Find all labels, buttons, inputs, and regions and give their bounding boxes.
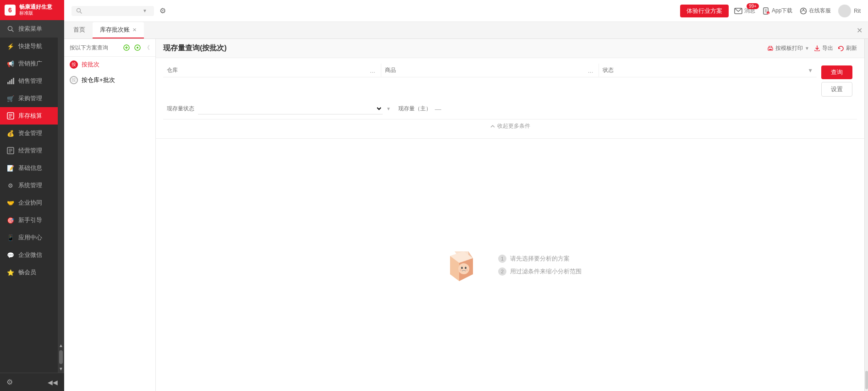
search-icon (6, 25, 15, 33)
collapse-panel-btn[interactable]: 《 (144, 44, 150, 52)
tab-batch-ledger-close[interactable]: ✕ (132, 27, 137, 33)
sidebar-scroll-down[interactable]: ▼ (58, 365, 64, 373)
empty-tips: 1 请先选择要分析的方案 2 用过滤条件来缩小分析范围 (498, 255, 582, 276)
topbar-search-dropdown[interactable]: ▼ (143, 8, 147, 13)
left-panel-actions: 《 (122, 43, 150, 52)
edit-scheme-btn[interactable] (133, 43, 142, 52)
sidebar-scroll-up[interactable]: ▲ (58, 342, 64, 349)
topbar-right: 消息 99+ App下载 在线客服 Rit (734, 5, 861, 17)
finance-icon: 💰 (6, 129, 15, 137)
empty-tip-1: 1 请先选择要分析的方案 (498, 255, 582, 263)
tab-home[interactable]: 首页 (66, 22, 93, 38)
sidebar-item-inventory[interactable]: 库存核算 (0, 107, 58, 125)
user-avatar (838, 5, 851, 17)
sidebar-item-app-center[interactable]: 📱 应用中心 (0, 229, 58, 246)
topbar-search-icon (76, 8, 82, 14)
warehouse-filter: 仓库 ... (163, 64, 381, 77)
print-icon (767, 45, 774, 52)
tip-text-1: 请先选择要分析的方案 (510, 255, 570, 263)
sidebar-item-sales[interactable]: 销售管理 (0, 72, 58, 90)
svg-point-41 (465, 266, 467, 269)
left-panel-header: 按以下方案查询 《 (64, 39, 155, 57)
topbar: ▼ ⚙ 体验行业方案 消息 99+ App下载 在线客服 Rit (64, 0, 868, 22)
add-scheme-btn[interactable] (122, 43, 131, 52)
print-template-btn[interactable]: 按模板打印 ▼ (767, 44, 809, 52)
download-icon (763, 7, 770, 15)
industry-btn[interactable]: 体验行业方案 (680, 5, 729, 17)
query-btn[interactable]: 查询 (821, 65, 852, 79)
warehouse-more-btn[interactable]: ... (368, 67, 377, 74)
wechat-icon: 💬 (6, 251, 15, 259)
collapse-filter-btn[interactable]: 收起更多条件 (490, 122, 530, 130)
inventory-label: 库存核算 (18, 112, 42, 120)
scheme-batch-icon: 按 (70, 60, 78, 69)
content-area: 按以下方案查询 《 按 按批次 按 按仓库+批次 (64, 39, 868, 391)
warehouse-input[interactable] (181, 67, 368, 74)
topbar-search-area: ▼ (71, 6, 154, 16)
inventory-status-select[interactable] (198, 103, 383, 114)
page-close-btn[interactable]: ✕ (853, 26, 866, 35)
settings-icon[interactable]: ⚙ (6, 378, 13, 386)
product-more-btn[interactable]: ... (586, 67, 595, 74)
svg-rect-5 (13, 78, 14, 84)
sidebar-item-enterprise[interactable]: 🤝 企业协同 (0, 194, 58, 212)
inventory-qty-dash: — (435, 105, 441, 113)
user-area[interactable]: Rit (838, 5, 861, 17)
finance-label: 资金管理 (18, 129, 42, 137)
product-input[interactable] (400, 67, 586, 74)
scheme-item-warehouse-batch[interactable]: 按 按仓库+批次 (64, 72, 155, 88)
svg-point-26 (803, 9, 804, 10)
sidebar-item-member[interactable]: ⭐ 畅会员 (0, 264, 58, 281)
scheme-item-batch[interactable]: 按 按批次 (64, 57, 155, 72)
app-version: 标准版 (19, 10, 52, 16)
left-panel: 按以下方案查询 《 按 按批次 按 按仓库+批次 (64, 39, 156, 391)
tip-num-2: 2 (498, 267, 506, 276)
inventory-status-arrow[interactable]: ▼ (386, 106, 391, 111)
system-icon: ⚙ (6, 181, 15, 190)
right-scrollbar-thumb[interactable] (865, 371, 868, 389)
topbar-search-input[interactable] (85, 8, 140, 14)
sidebar-item-purchase[interactable]: 🛒 采购管理 (0, 90, 58, 107)
right-scrollbar (864, 39, 868, 391)
enterprise-label: 企业协同 (18, 199, 42, 207)
sidebar-item-basic-info[interactable]: 📝 基础信息 (0, 159, 58, 177)
sidebar-item-wechat[interactable]: 💬 企业微信 (0, 246, 58, 264)
status-dropdown-arrow[interactable]: ▼ (808, 67, 813, 74)
scheme-warehouse-icon: 按 (70, 76, 78, 84)
sidebar-item-search[interactable]: 搜索菜单 (0, 20, 58, 38)
print-template-label: 按模板打印 (775, 44, 803, 52)
username: Rit (854, 8, 861, 14)
online-service-btn[interactable]: 在线客服 (800, 7, 831, 15)
svg-rect-4 (11, 79, 12, 84)
tab-batch-ledger[interactable]: 库存批次账 ✕ (93, 22, 144, 38)
sidebar-item-operations[interactable]: 经营管理 (0, 142, 58, 159)
filter-action-btns: 查询 设置 (817, 64, 857, 98)
settings-btn[interactable]: 设置 (821, 82, 852, 97)
topbar-gear-btn[interactable]: ⚙ (159, 6, 166, 15)
export-label: 导出 (822, 44, 833, 52)
export-btn[interactable]: 导出 (814, 44, 833, 52)
refresh-btn[interactable]: 刷新 (838, 44, 857, 52)
collapse-icon (490, 124, 495, 129)
marketing-icon: 📢 (6, 60, 15, 68)
sidebar-item-system[interactable]: ⚙ 系统管理 (0, 177, 58, 194)
scheme-warehouse-label: 按仓库+批次 (82, 76, 115, 84)
messages-btn[interactable]: 消息 99+ (734, 7, 755, 15)
svg-line-1 (12, 30, 14, 32)
svg-rect-2 (7, 82, 9, 84)
page-header: 现存量查询(按批次) 按模板打印 ▼ 导出 刷新 (156, 39, 864, 58)
sidebar-item-finance[interactable]: 💰 资金管理 (0, 125, 58, 142)
svg-rect-3 (9, 81, 11, 84)
wechat-label: 企业微信 (18, 251, 42, 259)
sidebar-item-newbie[interactable]: 🎯 新手引导 (0, 212, 58, 229)
print-dropdown-arrow[interactable]: ▼ (805, 46, 809, 51)
inventory-qty-label: 现存量（主） (398, 105, 431, 113)
collapse-sidebar-btn[interactable]: ◀◀ (48, 379, 58, 386)
app-download-btn[interactable]: App下载 (763, 7, 792, 15)
svg-point-42 (460, 269, 461, 271)
empty-content: 1 请先选择要分析的方案 2 用过滤条件来缩小分析范围 (439, 242, 582, 288)
scheme-query-label: 按以下方案查询 (70, 44, 108, 52)
inventory-status-label: 现存量状态 (167, 105, 194, 113)
sidebar-item-quick-nav[interactable]: ⚡ 快捷导航 (0, 38, 58, 55)
sidebar-item-marketing[interactable]: 📢 营销推广 (0, 55, 58, 72)
